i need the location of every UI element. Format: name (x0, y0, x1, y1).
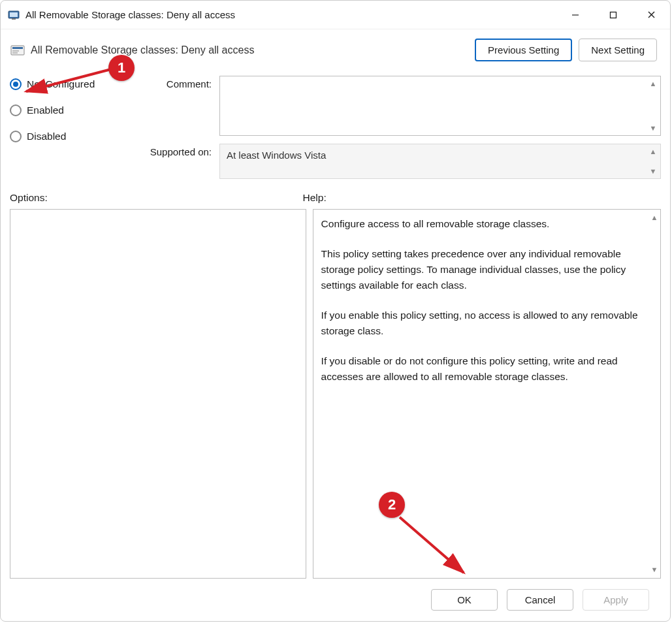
apply-button[interactable]: Apply (583, 589, 649, 611)
scroll-up-icon[interactable]: ▲ (647, 78, 659, 89)
options-panel (10, 209, 306, 579)
comment-label: Comment: (136, 76, 214, 136)
minimize-button[interactable] (556, 1, 594, 29)
supported-on-box: At least Windows Vista ▲ ▼ (219, 144, 661, 179)
close-button[interactable] (632, 1, 670, 29)
scroll-down-icon[interactable]: ▼ (647, 122, 659, 134)
radio-label: Not Configured (27, 78, 95, 90)
svg-rect-2 (12, 18, 16, 20)
policy-icon (10, 42, 25, 58)
scroll-up-icon[interactable]: ▲ (647, 146, 659, 157)
policy-title: All Removable Storage classes: Deny all … (31, 44, 254, 56)
help-paragraph: If you disable or do not configure this … (321, 353, 643, 385)
maximize-button[interactable] (594, 1, 632, 29)
comment-textarea[interactable]: ▲ ▼ (219, 76, 661, 136)
svg-rect-8 (12, 47, 23, 49)
radio-icon (10, 131, 22, 142)
help-label: Help: (303, 192, 662, 204)
radio-icon (10, 78, 22, 90)
scroll-up-icon[interactable]: ▲ (651, 212, 658, 223)
svg-rect-10 (12, 52, 18, 54)
cancel-button[interactable]: Cancel (507, 589, 573, 611)
help-paragraph: If you enable this policy setting, no ac… (321, 308, 643, 339)
radio-icon (10, 104, 22, 116)
supported-on-value: At least Windows Vista (227, 150, 326, 161)
window-title: All Removable Storage classes: Deny all … (25, 9, 556, 20)
annotation-badge-1: 1 (108, 55, 135, 81)
scroll-down-icon[interactable]: ▼ (647, 165, 659, 177)
help-paragraph: This policy setting takes precedence ove… (321, 246, 643, 293)
annotation-badge-2: 2 (379, 492, 405, 518)
app-icon (7, 8, 20, 22)
radio-label: Enabled (27, 104, 64, 116)
svg-rect-1 (10, 12, 18, 17)
next-setting-button[interactable]: Next Setting (579, 39, 657, 61)
title-bar: All Removable Storage classes: Deny all … (1, 1, 670, 29)
help-paragraph: Configure access to all removable storag… (321, 216, 643, 232)
previous-setting-button[interactable]: Previous Setting (475, 39, 572, 61)
help-scrollbar[interactable]: ▲ ▼ (648, 210, 660, 578)
supported-on-label: Supported on: (136, 144, 214, 179)
configuration-area: Not Configured Enabled Disabled Comment:… (10, 76, 661, 179)
options-label: Options: (10, 192, 303, 204)
radio-not-configured[interactable]: Not Configured (10, 78, 131, 90)
header-row: All Removable Storage classes: Deny all … (10, 39, 661, 61)
radio-label: Disabled (27, 131, 66, 142)
scroll-down-icon[interactable]: ▼ (651, 564, 658, 575)
ok-button[interactable]: OK (431, 589, 498, 611)
svg-rect-4 (611, 12, 616, 18)
dialog-footer: OK Cancel Apply (10, 585, 661, 621)
dialog-window: All Removable Storage classes: Deny all … (0, 0, 671, 622)
radio-enabled[interactable]: Enabled (10, 104, 131, 116)
help-panel: Configure access to all removable storag… (313, 209, 661, 579)
svg-rect-9 (12, 50, 19, 52)
radio-disabled[interactable]: Disabled (10, 131, 131, 142)
